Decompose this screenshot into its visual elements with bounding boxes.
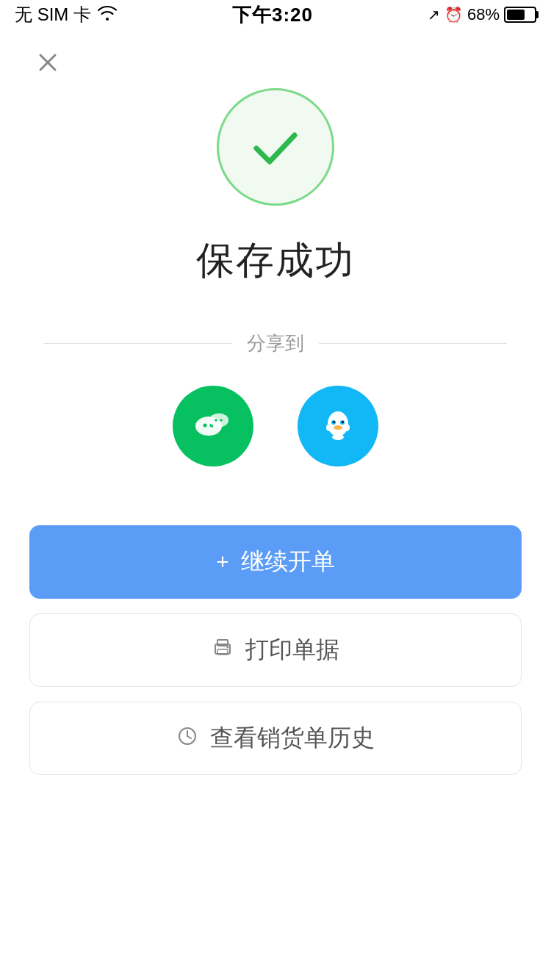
- print-button[interactable]: 打印单据: [29, 613, 522, 687]
- alarm-icon: ⏰: [444, 6, 463, 24]
- checkmark-icon: [246, 118, 305, 176]
- print-label: 打印单据: [245, 634, 339, 666]
- status-time: 下午3:20: [232, 2, 313, 28]
- success-title: 保存成功: [196, 235, 355, 287]
- svg-point-13: [334, 425, 342, 430]
- svg-point-8: [328, 411, 348, 436]
- share-qq-button[interactable]: [298, 386, 378, 466]
- svg-point-20: [227, 646, 229, 648]
- share-icons: [173, 386, 378, 466]
- status-bar: 无 SIM 卡 下午3:20 ↗ ⏰ 68%: [0, 0, 551, 29]
- svg-point-5: [209, 414, 228, 428]
- svg-point-3: [204, 424, 207, 428]
- close-icon: [36, 51, 60, 74]
- share-wechat-button[interactable]: [173, 386, 253, 466]
- svg-point-6: [215, 419, 217, 422]
- history-button[interactable]: 查看销货单历史: [29, 702, 522, 775]
- share-divider: 分享到: [0, 331, 551, 356]
- continue-button[interactable]: + 继续开单: [29, 525, 522, 599]
- svg-point-16: [332, 434, 344, 440]
- wifi-icon: [97, 4, 118, 25]
- success-circle: [217, 88, 334, 206]
- main-content: 保存成功 分享到: [0, 29, 551, 775]
- battery-fill: [507, 10, 525, 20]
- clock-icon: [176, 725, 198, 752]
- svg-point-15: [344, 424, 350, 431]
- sim-status: 无 SIM 卡: [15, 3, 91, 26]
- status-left: 无 SIM 卡: [15, 3, 118, 26]
- divider-line-left: [44, 343, 232, 344]
- battery-icon: [504, 7, 536, 23]
- share-label: 分享到: [247, 331, 304, 356]
- divider-line-right: [319, 343, 507, 344]
- svg-point-11: [333, 421, 335, 423]
- location-icon: ↗: [428, 6, 440, 24]
- svg-line-23: [187, 736, 191, 738]
- plus-icon: +: [216, 550, 229, 574]
- battery-percent: 68%: [467, 5, 500, 24]
- close-button[interactable]: [29, 44, 66, 81]
- svg-point-12: [342, 421, 344, 423]
- print-icon: [212, 637, 234, 664]
- svg-point-14: [326, 424, 332, 431]
- qq-icon: [314, 403, 361, 450]
- history-label: 查看销货单历史: [210, 722, 375, 754]
- wechat-icon: [190, 403, 237, 450]
- status-right: ↗ ⏰ 68%: [428, 5, 536, 24]
- continue-label: 继续开单: [241, 546, 335, 578]
- svg-point-7: [220, 419, 223, 422]
- action-buttons: + 继续开单 打印单据: [0, 525, 551, 775]
